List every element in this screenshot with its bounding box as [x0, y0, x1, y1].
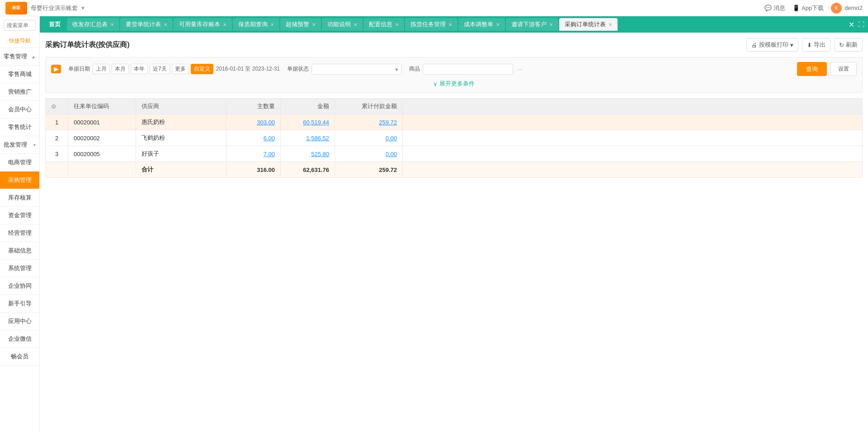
tab-close-all-icon[interactable]: ✕ — [849, 20, 854, 29]
print-button[interactable]: 🖨 按模板打印 ▾ — [746, 38, 798, 52]
tab-home[interactable]: 首页 — [43, 18, 66, 31]
tab-maximize-icon[interactable]: ⛶ — [858, 21, 864, 28]
table-row: 1 00020001 惠氏奶粉 303.00 60,519.44 259.72 — [46, 114, 863, 130]
link-amount-3[interactable]: 525.80 — [311, 151, 329, 157]
export-button[interactable]: ⬇ 导出 — [802, 38, 830, 52]
column-settings-icon[interactable]: ⚙ — [51, 103, 57, 110]
search-input[interactable] — [4, 20, 36, 31]
refresh-icon: ↻ — [839, 42, 844, 48]
cell-main-qty-2: 6.00 — [226, 130, 281, 146]
sidebar-item-label-finance-mgmt: 资金管理 — [8, 211, 32, 219]
tab-purchase-order-stats-close[interactable]: ✕ — [609, 22, 612, 27]
filter-toggle-icon[interactable]: ▶ — [51, 65, 61, 73]
link-main-qty-2[interactable]: 6.00 — [264, 135, 275, 142]
table-container: ⚙ 往来单位编码 供应商 主数量 金额 累计付款金额 1 — [45, 98, 863, 428]
tab-collect-send[interactable]: 收发存汇总表 ✕ — [67, 18, 119, 31]
cell-amount-2: 1,586.52 — [281, 130, 335, 146]
query-button[interactable]: 查询 — [797, 62, 827, 76]
sidebar-item-inventory-check[interactable]: 库存核算 — [0, 189, 39, 207]
date-shortcut-this-month[interactable]: 本月 — [112, 64, 129, 74]
tab-available-inventory[interactable]: 可用量库存账本 ✕ — [174, 18, 232, 31]
sidebar-item-operations-mgmt[interactable]: 经营管理 — [0, 224, 39, 242]
sidebar-item-enterprise-wechat[interactable]: 企业微信 — [0, 330, 39, 348]
sidebar-item-app-center[interactable]: 应用中心 — [0, 313, 39, 330]
col-extra — [403, 99, 863, 114]
data-table: ⚙ 往来单位编码 供应商 主数量 金额 累计付款金额 1 — [45, 98, 863, 178]
sidebar-item-retail-mgmt[interactable]: 零售管理 ▲ — [0, 48, 39, 66]
link-amount-2[interactable]: 1,586.52 — [306, 135, 329, 142]
tab-overstock-warning[interactable]: 超储预警 ✕ — [280, 18, 321, 31]
app-download-button[interactable]: 📱 App下载 — [793, 4, 824, 12]
sidebar-item-retail-stats[interactable]: 零售统计 — [0, 119, 39, 136]
sidebar-item-system-mgmt[interactable]: 系统管理 — [0, 260, 39, 277]
link-main-qty-3[interactable]: 7.00 — [264, 151, 275, 157]
tab-expiry-query-close[interactable]: ✕ — [270, 22, 274, 27]
date-shortcut-this-year[interactable]: 本年 — [131, 64, 148, 74]
sidebar-item-label-enterprise-wechat: 企业微信 — [8, 335, 32, 343]
settings-button[interactable]: 设置 — [830, 62, 857, 76]
filter-row-main: ▶ 单据日期 上月 本月 本年 近7天 更多 自定义 2016- — [51, 62, 857, 76]
footer-total-label: 合计 — [136, 162, 226, 178]
footer-empty-1 — [46, 162, 68, 178]
status-select[interactable] — [311, 64, 402, 75]
tab-cost-adjust[interactable]: 成本调整单 ✕ — [458, 18, 505, 31]
cell-extra-2 — [403, 130, 863, 146]
sidebar-item-retail-store[interactable]: 零售商城 — [0, 66, 39, 83]
goods-filter-more-icon[interactable]: ··· — [516, 66, 524, 72]
sidebar-item-new-guide[interactable]: 新手引导 — [0, 295, 39, 313]
tab-bar: 首页 收发存汇总表 ✕ 要货单统计表 ✕ 可用量库存账本 ✕ 保质期查询 ✕ 超… — [40, 16, 868, 33]
tab-purchase-order-stats[interactable]: 采购订单统计表 ✕ — [559, 18, 618, 31]
date-shortcut-last-month[interactable]: 上月 — [93, 64, 110, 74]
user-menu[interactable]: E demo2 — [831, 3, 863, 14]
message-button[interactable]: 💬 消息 — [764, 4, 785, 12]
sidebar-item-marketing[interactable]: 营销推广 — [0, 83, 39, 101]
sidebar-item-label-retail-stats: 零售统计 — [8, 123, 32, 131]
date-shortcut-more[interactable]: 更多 — [172, 64, 189, 74]
tab-overstock-warning-close[interactable]: ✕ — [312, 22, 316, 27]
table-header: ⚙ 往来单位编码 供应商 主数量 金额 累计付款金额 — [46, 99, 863, 114]
tab-function-desc[interactable]: 功能说明 ✕ — [322, 18, 363, 31]
expand-more-button[interactable]: ∨ 展开更多条件 — [433, 80, 475, 88]
tab-function-desc-close[interactable]: ✕ — [354, 22, 357, 27]
print-dropdown-icon: ▾ — [790, 42, 793, 48]
link-amount-1[interactable]: 60,519.44 — [303, 119, 329, 126]
tab-config-info[interactable]: 配置信息 ✕ — [363, 18, 404, 31]
tab-invite-downstream[interactable]: 邀请下游客户 ✕ — [506, 18, 558, 31]
goods-filter-input[interactable] — [423, 64, 513, 75]
tab-order-stats-close[interactable]: ✕ — [164, 22, 167, 27]
link-cum-payment-2[interactable]: 0.00 — [386, 135, 397, 142]
refresh-button[interactable]: ↻ 刷新 — [834, 38, 863, 52]
link-cum-payment-1[interactable]: 259.72 — [379, 119, 397, 126]
workspace-dropdown-icon[interactable]: ▾ — [81, 5, 85, 11]
tab-pick-task-mgmt-label: 拣货任务管理 — [410, 20, 446, 29]
sidebar-item-quick-nav[interactable]: 快捷导航 — [0, 34, 39, 48]
sidebar-item-finance-mgmt[interactable]: 资金管理 — [0, 207, 39, 224]
col-supplier: 供应商 — [136, 99, 226, 114]
sidebar-item-wholesale-mgmt[interactable]: 批发管理 ▾ — [0, 136, 39, 154]
tab-collect-send-close[interactable]: ✕ — [110, 22, 114, 27]
cell-cum-payment-1: 259.72 — [335, 114, 403, 130]
tab-invite-downstream-close[interactable]: ✕ — [549, 22, 553, 27]
tab-available-inventory-close[interactable]: ✕ — [223, 22, 226, 27]
sidebar-item-enterprise-collab[interactable]: 企业协同 — [0, 277, 39, 295]
tab-pick-task-mgmt-close[interactable]: ✕ — [448, 22, 452, 27]
status-filter-label: 单据状态 — [287, 65, 309, 73]
col-settings: ⚙ — [46, 99, 68, 114]
sidebar-item-ecommerce-mgmt[interactable]: 电商管理 — [0, 154, 39, 171]
tab-order-stats[interactable]: 要货单统计表 ✕ — [120, 18, 173, 31]
tab-expiry-query[interactable]: 保质期查询 ✕ — [233, 18, 279, 31]
tab-cost-adjust-close[interactable]: ✕ — [496, 22, 500, 27]
tab-config-info-close[interactable]: ✕ — [395, 22, 399, 27]
sidebar-item-basic-info[interactable]: 基础信息 — [0, 242, 39, 260]
link-cum-payment-3[interactable]: 0.00 — [386, 151, 397, 157]
date-shortcut-last-7-days[interactable]: 近7天 — [150, 64, 170, 74]
tab-home-label: 首页 — [49, 20, 61, 29]
filter-status-item: 单据状态 — [287, 64, 402, 75]
tab-pick-task-mgmt[interactable]: 拣货任务管理 ✕ — [405, 18, 458, 31]
cell-amount-3: 525.80 — [281, 146, 335, 162]
sidebar-item-member-vip[interactable]: 畅会员 — [0, 348, 39, 366]
link-main-qty-1[interactable]: 303.00 — [257, 119, 275, 126]
sidebar-item-member-center[interactable]: 会员中心 — [0, 101, 39, 119]
sidebar-item-purchase-mgmt[interactable]: 采购管理 — [0, 171, 39, 189]
sidebar-item-label-app-center: 应用中心 — [8, 317, 32, 325]
